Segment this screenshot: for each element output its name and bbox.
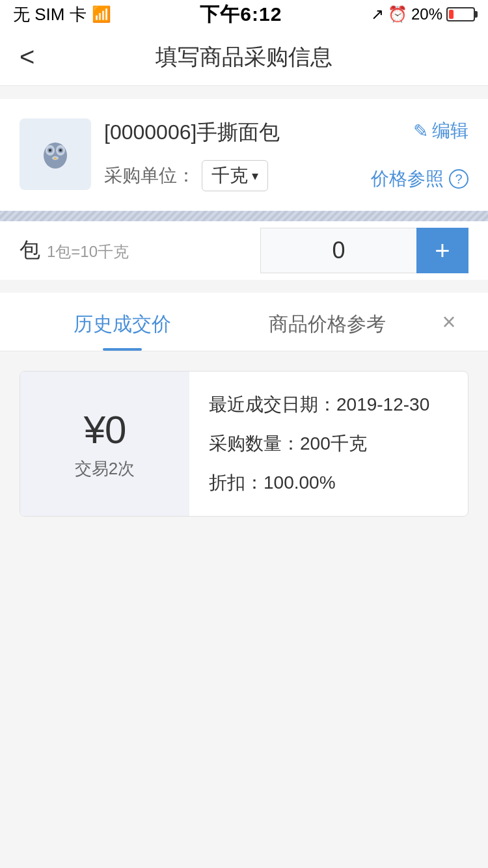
location-icon: ↗ — [371, 5, 384, 23]
price-ref-label: 价格参照 — [371, 167, 444, 191]
status-bar: 无 SIM 卡 📶 下午6:12 ↗ ⏰ 20% — [0, 0, 488, 29]
qty-plus-button[interactable]: + — [416, 228, 468, 273]
carrier-text: 无 SIM 卡 — [13, 3, 87, 26]
discount-row: 折扣：100.00% — [209, 469, 448, 496]
battery-icon — [446, 7, 475, 21]
product-image — [20, 118, 91, 190]
chevron-down-icon: ▾ — [252, 168, 258, 183]
qty-input[interactable] — [260, 228, 416, 273]
edit-icon: ✎ — [413, 120, 428, 142]
discount-label: 折扣： — [209, 472, 264, 493]
qty-unit: 包 — [20, 236, 40, 265]
battery-fill — [449, 10, 454, 19]
tab-bar: 历史成交价 商品价格参考 × — [0, 293, 488, 351]
price-currency: ¥ — [84, 408, 105, 452]
price-ref-button[interactable]: 价格参照 ? — [371, 167, 468, 191]
divider-stripe — [0, 211, 488, 221]
quantity-row: 包 1包=10千克 + — [0, 221, 488, 280]
unit-label: 采购单位： — [104, 163, 195, 188]
product-placeholder — [36, 135, 75, 174]
price-trades: 交易2次 — [75, 457, 135, 480]
tab-price-ref[interactable]: 商品价格参考 — [224, 293, 429, 351]
recent-date-row: 最近成交日期：2019-12-30 — [209, 391, 448, 418]
qty-input-area: + — [142, 228, 468, 273]
discount-value: 100.00% — [264, 472, 336, 493]
unit-select[interactable]: 千克 ▾ — [202, 160, 268, 191]
qty-label-box: 包 1包=10千克 — [20, 236, 129, 265]
svg-point-5 — [49, 149, 51, 152]
tab-history-price[interactable]: 历史成交价 — [20, 293, 224, 351]
svg-point-6 — [59, 149, 62, 152]
purchase-qty-row: 采购数量：200千克 — [209, 430, 448, 457]
price-value: 0 — [105, 408, 126, 452]
price-left: ¥0 交易2次 — [20, 372, 189, 516]
tab-close-button[interactable]: × — [429, 303, 468, 342]
question-icon: ? — [449, 169, 468, 189]
status-right: ↗ ⏰ 20% — [371, 5, 475, 23]
status-left: 无 SIM 卡 📶 — [13, 3, 111, 26]
back-button[interactable]: < — [13, 36, 41, 78]
qty-conversion: 1包=10千克 — [47, 241, 129, 262]
page-title: 填写商品采购信息 — [156, 42, 332, 72]
clock: 下午6:12 — [200, 1, 282, 28]
unit-value: 千克 — [211, 163, 248, 188]
edit-button[interactable]: ✎ 编辑 — [413, 118, 468, 143]
edit-label: 编辑 — [432, 118, 468, 143]
recent-date-label: 最近成交日期： — [209, 394, 336, 414]
price-card: ¥0 交易2次 最近成交日期：2019-12-30 采购数量：200千克 折扣：… — [20, 371, 468, 517]
recent-date-value: 2019-12-30 — [336, 394, 429, 414]
battery-text: 20% — [411, 5, 442, 23]
price-right: 最近成交日期：2019-12-30 采购数量：200千克 折扣：100.00% — [189, 372, 468, 516]
wifi-icon: 📶 — [92, 5, 111, 23]
purchase-qty-value: 200千克 — [300, 433, 367, 454]
price-amount: ¥0 — [84, 407, 126, 452]
product-card: [0000006]手撕面包 采购单位： 千克 ▾ ✎ 编辑 价格参照 ? — [0, 99, 488, 211]
purchase-qty-label: 采购数量： — [209, 433, 300, 454]
alarm-icon: ⏰ — [388, 5, 407, 23]
nav-bar: < 填写商品采购信息 — [0, 29, 488, 86]
